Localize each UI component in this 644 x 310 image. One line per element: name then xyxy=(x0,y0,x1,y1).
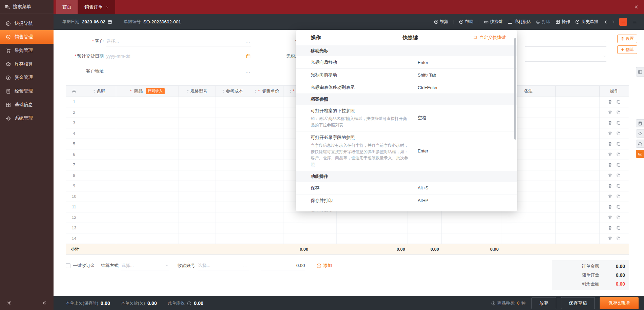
cell-sale-price[interactable] xyxy=(250,128,284,139)
cell-col-8[interactable] xyxy=(311,233,337,244)
customer-service-edge-button[interactable] xyxy=(636,140,644,148)
delete-row-icon[interactable] xyxy=(608,163,612,167)
close-icon[interactable] xyxy=(106,5,109,9)
cell-col-12[interactable] xyxy=(442,223,501,233)
cell-spec-model[interactable] xyxy=(179,107,215,118)
cell-col-14[interactable] xyxy=(556,233,600,244)
cell-barcode[interactable] xyxy=(82,128,116,139)
cell-col-10[interactable] xyxy=(374,223,408,233)
cell-quantity[interactable] xyxy=(284,212,311,223)
copy-row-icon[interactable] xyxy=(616,173,621,178)
cell-quantity[interactable] xyxy=(284,223,311,233)
cell-col-9[interactable] xyxy=(337,223,374,233)
cell-product[interactable] xyxy=(116,149,179,160)
calendar-icon[interactable] xyxy=(108,20,112,24)
cell-sale-price[interactable] xyxy=(250,212,284,223)
discard-button[interactable]: 放弃 xyxy=(532,297,556,309)
one-click-deposit-checkbox[interactable] xyxy=(66,263,70,268)
account-input[interactable] xyxy=(198,263,242,268)
sort-icon[interactable] xyxy=(254,89,257,93)
cell-sale-price[interactable] xyxy=(250,118,284,128)
cell-spec-model[interactable] xyxy=(179,160,215,170)
settle-method-select[interactable] xyxy=(121,261,169,270)
cell-product[interactable] xyxy=(116,160,179,170)
cell-spec-model[interactable] xyxy=(179,118,215,128)
gear-icon[interactable] xyxy=(72,89,76,94)
cell-product[interactable] xyxy=(116,118,179,128)
cell-ref-cost[interactable] xyxy=(215,160,250,170)
cell-spec-model[interactable] xyxy=(179,149,215,160)
list-view-button[interactable] xyxy=(619,18,627,26)
cell-sale-price[interactable] xyxy=(250,139,284,149)
cell-col-12[interactable] xyxy=(442,233,501,244)
address-more-icon[interactable]: … xyxy=(245,68,251,74)
cell-product[interactable] xyxy=(116,223,179,233)
account-more-icon[interactable]: … xyxy=(242,263,249,268)
sidebar-item-purchase[interactable]: 采购管理 xyxy=(0,44,54,57)
cell-spec-model[interactable] xyxy=(179,170,215,181)
settings-button[interactable]: 设置 xyxy=(617,35,637,43)
copy-row-icon[interactable] xyxy=(616,163,621,167)
cell-ref-cost[interactable] xyxy=(215,233,250,244)
cell-ref-cost[interactable] xyxy=(215,139,250,149)
sidebar-item-business[interactable]: 经营管理 xyxy=(0,84,54,98)
column-header-product[interactable]: *商品扫码录入 xyxy=(116,86,179,97)
cell-ref-cost[interactable] xyxy=(215,223,250,233)
delete-row-icon[interactable] xyxy=(608,173,612,178)
cell-col-14[interactable] xyxy=(556,170,600,181)
cell-barcode[interactable] xyxy=(82,118,116,128)
cell-sale-price[interactable] xyxy=(250,170,284,181)
cell-col-14[interactable] xyxy=(556,202,600,212)
cell-remark[interactable] xyxy=(501,233,556,244)
keyboard-edge-button[interactable] xyxy=(636,150,644,158)
delete-row-icon[interactable] xyxy=(608,215,612,220)
right-select-1-input[interactable] xyxy=(525,37,603,46)
cell-remark[interactable] xyxy=(501,212,556,223)
cell-barcode[interactable] xyxy=(82,149,116,160)
cell-product[interactable] xyxy=(116,191,179,202)
right-select-1[interactable] xyxy=(525,37,606,47)
cell-sale-price[interactable] xyxy=(250,160,284,170)
tool-history[interactable]: 历史单据 xyxy=(575,19,598,25)
cell-ref-cost[interactable] xyxy=(215,181,250,191)
cell-col-14[interactable] xyxy=(556,139,600,149)
cell-col-14[interactable] xyxy=(556,128,600,139)
customer-more-icon[interactable]: … xyxy=(245,39,251,44)
address-input[interactable] xyxy=(106,66,245,76)
cell-sale-price[interactable] xyxy=(250,107,284,118)
copy-row-icon[interactable] xyxy=(616,121,621,125)
cell-product[interactable] xyxy=(116,139,179,149)
cell-spec-model[interactable] xyxy=(179,191,215,202)
copy-row-icon[interactable] xyxy=(616,205,621,209)
tool-actions[interactable]: 操作 xyxy=(556,19,570,25)
tool-print[interactable]: 打印 xyxy=(536,19,550,25)
star-edge-button[interactable] xyxy=(636,129,644,138)
cell-col-10[interactable] xyxy=(374,212,408,223)
cell-quantity[interactable] xyxy=(284,233,311,244)
delivery-date-field[interactable] xyxy=(106,51,251,61)
sidebar-item-base-info[interactable]: 基础信息 xyxy=(0,98,54,111)
address-field[interactable]: … xyxy=(106,66,251,76)
cell-sale-price[interactable] xyxy=(250,233,284,244)
cell-spec-model[interactable] xyxy=(179,202,215,212)
customer-select[interactable]: … xyxy=(106,36,251,46)
column-header-spec-model[interactable]: 规格型号 xyxy=(179,86,215,97)
tab-home[interactable]: 首页 xyxy=(56,0,78,14)
cell-spec-model[interactable] xyxy=(179,139,215,149)
cell-barcode[interactable] xyxy=(82,191,116,202)
cell-col-14[interactable] xyxy=(556,212,600,223)
cell-ref-cost[interactable] xyxy=(215,170,250,181)
cell-ref-cost[interactable] xyxy=(215,107,250,118)
cell-product[interactable] xyxy=(116,170,179,181)
copy-row-icon[interactable] xyxy=(616,110,621,115)
delete-row-icon[interactable] xyxy=(608,184,612,188)
cell-product[interactable] xyxy=(116,107,179,118)
cell-product[interactable] xyxy=(116,97,179,107)
settle-method-input[interactable] xyxy=(121,263,165,268)
collapse-sidebar-icon[interactable] xyxy=(42,301,47,305)
customize-shortcuts-link[interactable]: 自定义快捷键 xyxy=(473,35,506,41)
column-header-row-config[interactable] xyxy=(66,86,82,97)
cell-barcode[interactable] xyxy=(82,97,116,107)
cell-barcode[interactable] xyxy=(82,233,116,244)
copy-row-icon[interactable] xyxy=(616,142,621,146)
